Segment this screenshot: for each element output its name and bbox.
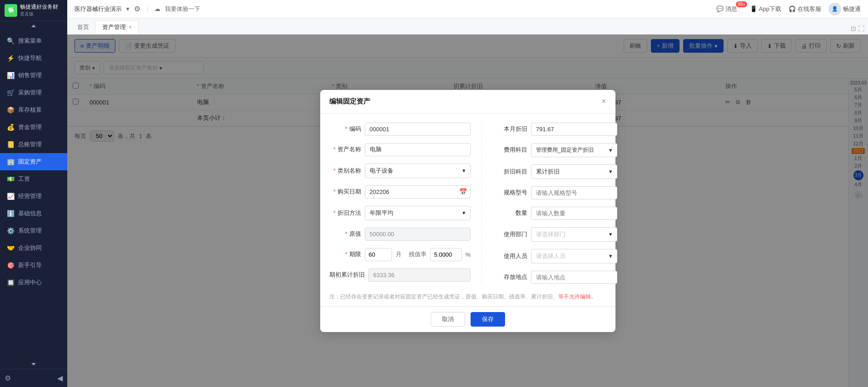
tab-asset[interactable]: 资产管理 × xyxy=(95,20,139,34)
customer-service-action[interactable]: 🎧 在线客服 xyxy=(789,5,821,13)
window-expand-icon[interactable]: ⛶ xyxy=(858,25,864,32)
sidebar-item-inventory[interactable]: 📦 库存核算 xyxy=(0,101,67,119)
expense-subject-value: 管理费用_固定资产折旧 xyxy=(536,146,594,154)
sidebar-item-funds[interactable]: 💰 资金管理 xyxy=(0,119,67,136)
use-person-select[interactable]: 请选择人员 ▾ xyxy=(531,249,617,263)
form-row-purchase-date: 购买日期 📅 xyxy=(329,185,471,198)
modal-close-btn[interactable]: × xyxy=(601,97,606,105)
topbar-title: 医疗器械行业演示 xyxy=(74,5,122,13)
topbar-divider1: | xyxy=(147,5,148,12)
calendar-icon: 📅 xyxy=(459,188,467,195)
residual-rate-label: 残值率 xyxy=(409,250,427,258)
original-value-label: 原值 xyxy=(329,230,361,238)
sidebar-item-operations[interactable]: 📈 经营管理 xyxy=(0,188,67,205)
period-unit: 月 xyxy=(396,250,402,258)
sidebar-item-quick[interactable]: ⚡ 快捷导航 xyxy=(0,50,67,67)
sidebar-item-fixed-assets[interactable]: 🏢 固定资产 xyxy=(0,153,67,170)
salary-icon: 💵 xyxy=(6,175,15,183)
code-input[interactable] xyxy=(365,123,471,136)
sidebar-item-label: 新手引导 xyxy=(18,261,42,269)
window-restore-icon[interactable]: ⊡ xyxy=(851,25,856,32)
collapse-icon[interactable]: ◀ xyxy=(57,374,63,382)
code-label: 编码 xyxy=(329,125,361,133)
sidebar-item-sales[interactable]: 📊 销售管理 xyxy=(0,67,67,84)
category-select-dropdown: ▾ xyxy=(462,167,466,174)
dep-method-select[interactable]: 年限平均 ▾ xyxy=(365,206,471,220)
purchase-date-label: 购买日期 xyxy=(329,188,361,196)
residual-rate-input[interactable] xyxy=(430,248,462,261)
sidebar-header: 畅 畅捷通好业务财 普及版 xyxy=(0,0,67,21)
modal-right-col: 本月折旧 费用科目 管理费用_固定资产折旧 ▾ xyxy=(481,123,617,284)
system-icon: ⚙️ xyxy=(6,227,15,235)
modal-left-col: 编码 资产名称 类别名称 电子设备 xyxy=(329,123,471,284)
original-value-input[interactable] xyxy=(365,228,471,241)
sidebar-item-label: 销售管理 xyxy=(18,71,42,79)
sidebar-scroll-up[interactable] xyxy=(0,21,67,30)
topbar-settings-icon[interactable]: ⚙ xyxy=(134,5,140,13)
expense-subject-select[interactable]: 管理费用_固定资产折旧 ▾ xyxy=(531,143,617,157)
settings-icon[interactable]: ⚙ xyxy=(5,374,11,382)
form-row-spec-model: 规格型号 xyxy=(491,186,617,199)
tab-home[interactable]: 首页 xyxy=(71,20,95,34)
sidebar-item-label: 固定资产 xyxy=(18,158,42,166)
name-label: 资产名称 xyxy=(329,145,361,154)
dep-subject-label: 折旧科目 xyxy=(491,168,527,176)
sidebar-item-search[interactable]: 🔍 搜索菜单 xyxy=(0,32,67,50)
name-input[interactable] xyxy=(365,143,471,156)
topbar-actions: 💬 消息 99+ 📱 App下载 🎧 在线客服 👤 畅捷通 xyxy=(716,3,861,15)
apps-icon: 🔲 xyxy=(6,278,15,287)
sidebar-item-guide[interactable]: 🎯 新手引导 xyxy=(0,257,67,274)
expense-subject-label: 费用科目 xyxy=(491,146,527,154)
sidebar-item-label: 总账管理 xyxy=(18,140,42,149)
sidebar-item-system[interactable]: ⚙️ 系统管理 xyxy=(0,222,67,239)
sidebar-app-title: 畅捷通好业务财 xyxy=(20,4,58,11)
sidebar-nav: 🔍 搜索菜单 ⚡ 快捷导航 📊 销售管理 🛒 采购管理 📦 库存核算 💰 资金管… xyxy=(0,30,67,360)
sidebar-item-cooperation[interactable]: 🤝 企业协同 xyxy=(0,239,67,257)
expense-subject-dropdown: ▾ xyxy=(609,147,612,154)
ledger-icon: 📒 xyxy=(6,140,15,149)
dep-method-dropdown: ▾ xyxy=(462,209,466,216)
use-dept-select[interactable]: 请选择部门 ▾ xyxy=(531,227,617,242)
sidebar-item-label: 快捷导航 xyxy=(18,54,42,62)
user-action[interactable]: 👤 畅捷通 xyxy=(828,3,861,15)
save-button[interactable]: 保存 xyxy=(471,312,505,327)
sidebar-item-apps[interactable]: 🔲 应用中心 xyxy=(0,274,67,291)
quantity-input[interactable] xyxy=(531,207,617,220)
spec-model-input[interactable] xyxy=(531,186,617,199)
cancel-button[interactable]: 取消 xyxy=(431,312,465,327)
sidebar-item-purchase[interactable]: 🛒 采购管理 xyxy=(0,84,67,101)
opening-dep-input[interactable] xyxy=(368,268,471,282)
monthly-dep-input[interactable] xyxy=(531,123,617,136)
sidebar-item-label: 基础信息 xyxy=(18,209,42,218)
guide-icon: 🎯 xyxy=(6,261,15,269)
form-row-opening-dep: 期初累计折旧 xyxy=(329,268,471,282)
sidebar-item-basic[interactable]: ℹ️ 基础信息 xyxy=(0,205,67,222)
tab-close-icon[interactable]: × xyxy=(129,24,132,30)
use-person-label: 使用人员 xyxy=(491,252,527,260)
message-action[interactable]: 💬 消息 99+ xyxy=(716,5,743,13)
period-input[interactable] xyxy=(365,248,392,261)
logo-icon: 畅 xyxy=(5,4,17,17)
cloud-icon: ☁ xyxy=(154,5,160,12)
dep-subject-select[interactable]: 累计折旧 ▾ xyxy=(531,164,617,179)
sidebar-title-group: 畅捷通好业务财 普及版 xyxy=(20,4,58,17)
experience-label[interactable]: 我要体验一下 xyxy=(165,5,200,13)
sidebar-item-label: 资金管理 xyxy=(18,123,42,131)
topbar-dropdown-icon[interactable]: ▾ xyxy=(126,5,129,12)
use-person-dropdown: ▾ xyxy=(609,253,612,259)
period-label: 期限 xyxy=(329,250,361,258)
sidebar-scroll-down[interactable] xyxy=(0,360,67,369)
purchase-date-input[interactable] xyxy=(365,185,471,198)
sales-icon: 📊 xyxy=(6,71,15,79)
sidebar-item-ledger[interactable]: 📒 总账管理 xyxy=(0,136,67,153)
sidebar-item-salary[interactable]: 💵 工资 xyxy=(0,170,67,188)
app-download-action[interactable]: 📱 App下载 xyxy=(750,5,781,13)
form-row-name: 资产名称 xyxy=(329,143,471,156)
sidebar-item-label: 企业协同 xyxy=(18,244,42,252)
form-row-dep-method: 折旧方法 年限平均 ▾ xyxy=(329,206,471,220)
sidebar-version: 普及版 xyxy=(20,11,58,17)
storage-input[interactable] xyxy=(531,271,617,284)
tabbar: 首页 资产管理 × ⊡ ⛶ xyxy=(67,18,868,35)
category-select[interactable]: 电子设备 ▾ xyxy=(365,164,471,178)
topbar: 医疗器械行业演示 ▾ ⚙ | ☁ 我要体验一下 💬 消息 99+ 📱 App下载… xyxy=(67,0,868,18)
